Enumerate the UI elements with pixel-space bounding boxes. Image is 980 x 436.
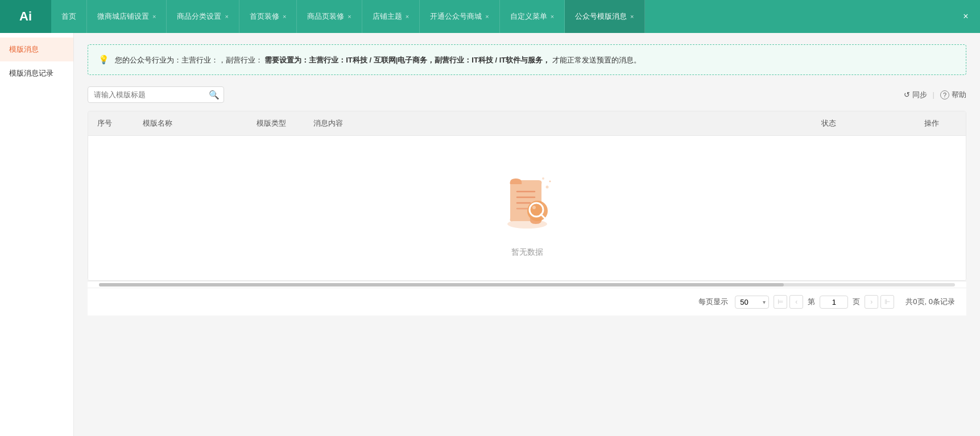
- scrollbar-track: [99, 283, 955, 286]
- tab-wxmall[interactable]: 开通公众号商城×: [420, 0, 499, 33]
- svg-point-11: [542, 177, 544, 180]
- tab-close-icon[interactable]: ×: [630, 13, 634, 20]
- tab-custom-menu[interactable]: 自定义菜单×: [500, 0, 565, 33]
- content-area: 💡 您的公众号行业为：主营行业：，副营行业： 需要设置为：主营行业：IT科技 /…: [74, 33, 980, 436]
- search-icon[interactable]: 🔍: [209, 90, 220, 100]
- total-info: 共0页, 0条记录: [905, 297, 955, 307]
- sidebar-item-template[interactable]: 模版消息: [0, 38, 73, 61]
- tab-template-msg[interactable]: 公众号模版消息×: [565, 0, 644, 33]
- tab-close-icon[interactable]: ×: [348, 13, 351, 20]
- page-size-select-wrap: 50 10 20 100 ▾: [735, 296, 769, 309]
- tab-home[interactable]: 首页: [51, 0, 87, 33]
- page-number-input[interactable]: [820, 296, 848, 309]
- empty-state: 暂无数据: [88, 136, 966, 280]
- horizontal-scrollbar[interactable]: [88, 281, 966, 288]
- next-page-button[interactable]: ›: [865, 295, 878, 309]
- sync-label: 同步: [912, 90, 927, 100]
- tab-close-icon[interactable]: ×: [551, 13, 554, 20]
- prev-page-button[interactable]: ‹: [789, 295, 803, 309]
- tab-close-icon[interactable]: ×: [283, 13, 286, 20]
- page-size-label: 每页显示: [698, 297, 728, 307]
- svg-point-10: [549, 181, 551, 182]
- col-status: 状态: [812, 111, 898, 135]
- search-bar: 🔍 ↺ 同步 | ? 帮助: [88, 86, 966, 103]
- sync-button[interactable]: ↺ 同步: [904, 90, 927, 100]
- svg-point-9: [545, 186, 548, 189]
- toolbar-divider: |: [933, 90, 934, 99]
- top-navigation: Ai 首页微商城店铺设置×商品分类设置×首页装修×商品页装修×店铺主题×开通公众…: [0, 0, 980, 33]
- empty-icon: [493, 170, 561, 238]
- tab-close-icon[interactable]: ×: [406, 13, 409, 20]
- last-page-button[interactable]: ⊩: [880, 295, 894, 309]
- page-label-before: 第: [808, 297, 815, 307]
- tab-category[interactable]: 商品分类设置×: [167, 0, 239, 33]
- data-table: 序号 模版名称 模版类型 消息内容 状态 操作: [88, 111, 966, 281]
- svg-point-8: [532, 206, 536, 209]
- tab-close-icon[interactable]: ×: [485, 13, 489, 20]
- tab-theme[interactable]: 店铺主题×: [362, 0, 420, 33]
- notice-icon: 💡: [98, 55, 109, 64]
- table-header: 序号 模版名称 模版类型 消息内容 状态 操作: [88, 111, 966, 136]
- tab-wshop[interactable]: 微商城店铺设置×: [87, 0, 167, 33]
- window-close-button[interactable]: ×: [952, 0, 980, 33]
- notice-highlight: 需要设置为：主营行业：IT科技 / 互联网|电子商务，副营行业：IT科技 / I…: [264, 56, 550, 64]
- first-page-button[interactable]: ⊨: [774, 295, 787, 309]
- sidebar-item-template-log[interactable]: 模版消息记录: [0, 61, 73, 85]
- col-name: 模版名称: [134, 111, 247, 135]
- tab-product-deco[interactable]: 商品页装修×: [297, 0, 362, 33]
- page-label-after: 页: [853, 297, 860, 307]
- main-layout: 模版消息模版消息记录 💡 您的公众号行业为：主营行业：，副营行业： 需要设置为：…: [0, 33, 980, 436]
- help-icon: ?: [940, 90, 949, 99]
- col-action: 操作: [898, 111, 966, 135]
- notice-box: 💡 您的公众号行业为：主营行业：，副营行业： 需要设置为：主营行业：IT科技 /…: [88, 44, 966, 75]
- page-navigation: ⊨ ‹ 第 页 › ⊩: [774, 295, 894, 309]
- col-seq: 序号: [88, 111, 134, 135]
- tab-close-icon[interactable]: ×: [225, 13, 228, 20]
- search-input-wrap: 🔍: [88, 86, 224, 103]
- app-logo: Ai: [0, 0, 51, 33]
- sidebar: 模版消息模版消息记录: [0, 33, 74, 436]
- help-button[interactable]: ? 帮助: [940, 90, 966, 100]
- scrollbar-thumb[interactable]: [99, 283, 784, 286]
- notice-text-before: 您的公众号行业为：主营行业：，副营行业：: [115, 56, 263, 64]
- toolbar-right: ↺ 同步 | ? 帮助: [904, 90, 966, 100]
- notice-text-after: 才能正常发送预置的消息。: [552, 56, 641, 64]
- page-size-select[interactable]: 50 10 20 100: [735, 296, 769, 309]
- help-label: 帮助: [952, 90, 966, 100]
- pagination: 每页显示 50 10 20 100 ▾ ⊨ ‹ 第 页 › ⊩ 共0页, 0条记…: [88, 288, 966, 315]
- search-input[interactable]: [88, 86, 224, 103]
- empty-text: 暂无数据: [511, 247, 543, 258]
- nav-tabs: 首页微商城店铺设置×商品分类设置×首页装修×商品页装修×店铺主题×开通公众号商城…: [51, 0, 952, 33]
- col-content: 消息内容: [304, 111, 812, 135]
- tab-close-icon[interactable]: ×: [152, 13, 156, 20]
- tab-home-deco[interactable]: 首页装修×: [239, 0, 297, 33]
- sync-icon: ↺: [904, 90, 910, 99]
- col-type: 模版类型: [247, 111, 304, 135]
